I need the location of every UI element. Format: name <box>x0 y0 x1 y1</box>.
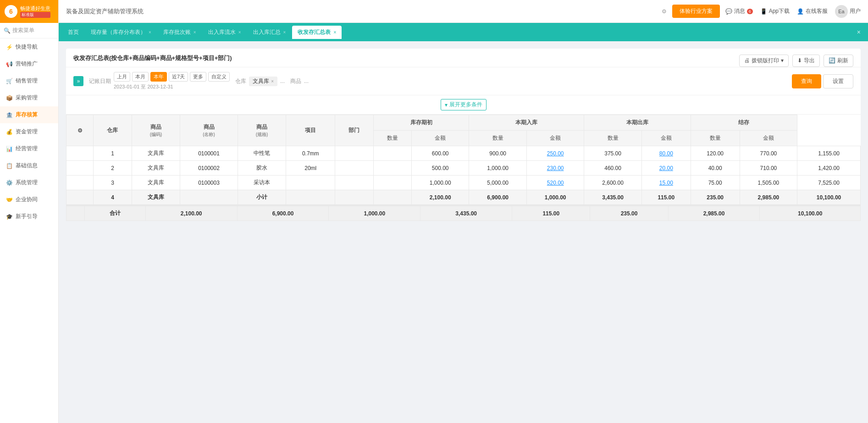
experience-btn[interactable]: 体验行业方案 <box>672 5 720 18</box>
row-in-qty[interactable]: 230.00 <box>526 161 584 176</box>
tab-inout-summary[interactable]: 出入库汇总 × <box>248 26 292 39</box>
page-title: 收发存汇总表(按仓库+商品编码+商品+规格型号+项目+部门) <box>73 54 232 67</box>
guide-icon: 🎓 <box>6 213 13 220</box>
date-btn-custom[interactable]: 自定义 <box>208 72 230 82</box>
main-content: 收发存汇总表(按仓库+商品编码+商品+规格型号+项目+部门) 🖨 拨锁版打印 ▾… <box>59 41 868 423</box>
row-out-qty[interactable]: 15.00 <box>641 176 691 190</box>
tab-inventory-dist-close[interactable]: × <box>149 30 151 35</box>
filter-toggle[interactable]: » <box>73 76 83 86</box>
col-in-header: 本期入库 <box>469 115 584 131</box>
app-download-action[interactable]: 📱 App下载 <box>760 7 790 15</box>
export-btn[interactable]: ⬇ 导出 <box>792 55 820 67</box>
sidebar-item-system[interactable]: ⚙️ 系统管理 <box>0 174 58 191</box>
sidebar-item-purchase[interactable]: 📦 采购管理 <box>0 89 58 106</box>
col-settings-header[interactable]: ⚙ <box>66 115 94 146</box>
messages-action[interactable]: 💬 消息 6 <box>725 7 753 15</box>
tab-bar-close[interactable]: × <box>853 28 864 36</box>
tab-inout-flow[interactable]: 出入库流水 × <box>203 26 247 39</box>
row-warehouse: 文具库 <box>132 146 180 161</box>
row-out-amt: 120.00 <box>691 146 740 161</box>
row-end-amt: 7,525.00 <box>797 176 861 190</box>
col-project-header: 项目 <box>286 115 335 146</box>
row-name: 采访本 <box>238 176 286 190</box>
warehouse-label: 仓库 <box>235 77 246 85</box>
table-header-group-row: ⚙ 仓库 商品(编码) 商品(名称) 商品(规格) 项目 部门 库存期初 本期入… <box>66 115 861 131</box>
search-menu-item[interactable]: 🔍 搜索菜单 <box>0 23 58 38</box>
sidebar-item-inventory[interactable]: 🏦 库存核算 <box>0 106 58 123</box>
footer-label: 合计 <box>85 206 146 221</box>
query-btn[interactable]: 查询 <box>792 74 821 88</box>
date-btn-this-month[interactable]: 本月 <box>132 72 149 82</box>
toggle-icon: » <box>77 78 80 84</box>
col-name-header: 商品(名称) <box>180 115 238 146</box>
tab-inout-flow-close[interactable]: × <box>238 30 241 35</box>
tab-receive-summary-close[interactable]: × <box>333 30 336 35</box>
row-warehouse: 文具库 <box>132 176 180 190</box>
expand-conditions-btn[interactable]: ▾ 展开更多条件 <box>441 99 487 110</box>
tab-inout-summary-close[interactable]: × <box>283 30 286 35</box>
table-row: 1文具库0100001中性笔0.7mm600.00900.00250.00375… <box>66 146 861 161</box>
row-out-qty[interactable]: 80.00 <box>641 146 691 161</box>
row-in-qty[interactable]: 250.00 <box>526 146 584 161</box>
settings-icon[interactable]: ⚙ <box>662 8 667 15</box>
query-action-row: 查询 设置 <box>792 74 853 88</box>
row-out-amt: 235.00 <box>691 190 740 205</box>
sidebar-item-label: 经营管理 <box>16 145 38 153</box>
date-btns: 上月 本月 本年 近7天 更多 自定义 2023-01-01 至 2023-12… <box>114 72 230 90</box>
col-end-amt-header: 金额 <box>740 131 797 146</box>
date-btn-this-year[interactable]: 本年 <box>150 72 167 82</box>
col-out-amt-header: 金额 <box>641 131 691 146</box>
warehouse-filter: 仓库 文具库 × ... <box>235 77 285 86</box>
goods-filter: 商品 ... <box>290 77 309 85</box>
footer-open-qty: 2,100.00 <box>145 206 237 221</box>
date-range: 2023-01-01 至 2023-12-31 <box>114 83 173 90</box>
date-btn-7days[interactable]: 近7天 <box>169 72 188 82</box>
warehouse-more[interactable]: ... <box>280 78 285 84</box>
online-service-label: 在线客服 <box>806 7 828 15</box>
service-icon: 👤 <box>797 8 804 15</box>
col-in-qty-header: 数量 <box>469 131 526 146</box>
footer-end-amt: 10,100.00 <box>760 206 861 221</box>
tab-batch-close[interactable]: × <box>194 30 196 35</box>
date-btn-more[interactable]: 更多 <box>190 72 206 82</box>
tab-receive-summary[interactable]: 收发存汇总表 × <box>292 26 342 39</box>
sidebar-item-guide[interactable]: 🎓 新手引导 <box>0 208 58 225</box>
footer-in-qty: 1,000.00 <box>329 206 420 221</box>
sidebar-item-quick-nav[interactable]: ⚡ 快捷导航 <box>0 38 58 55</box>
print-btn[interactable]: 🖨 拨锁版打印 ▾ <box>739 55 789 67</box>
row-name: 中性笔 <box>238 146 286 161</box>
tab-home[interactable]: 首页 <box>62 26 84 39</box>
tab-batch[interactable]: 库存批次账 × <box>158 26 202 39</box>
expand-label: 展开更多条件 <box>449 101 482 109</box>
enterprise-icon: 🤝 <box>6 196 13 203</box>
sidebar-item-enterprise[interactable]: 🤝 企业协同 <box>0 191 58 208</box>
sidebar-item-marketing[interactable]: 📢 营销推广 <box>0 55 58 72</box>
sidebar-item-operations[interactable]: 📊 经营管理 <box>0 140 58 157</box>
row-project <box>335 176 373 190</box>
sidebar-item-label: 新手引导 <box>16 213 38 220</box>
refresh-btn[interactable]: 🔄 刷新 <box>824 55 853 67</box>
row-in-qty[interactable]: 520.00 <box>526 176 584 190</box>
logo-text: 畅捷通好生意 <box>20 5 50 11</box>
filter-settings-btn[interactable]: 设置 <box>823 74 853 88</box>
row-dept <box>373 146 411 161</box>
row-end-qty: 710.00 <box>740 161 797 176</box>
row-out-amt: 40.00 <box>691 161 740 176</box>
row-open-qty: 2,100.00 <box>411 190 469 205</box>
date-row: 上月 本月 本年 近7天 更多 自定义 <box>114 72 230 82</box>
date-btn-last-month[interactable]: 上月 <box>114 72 130 82</box>
warehouse-tag-close[interactable]: × <box>271 79 274 84</box>
sidebar-item-finance[interactable]: 💰 资金管理 <box>0 123 58 140</box>
row-out-qty[interactable]: 20.00 <box>641 161 691 176</box>
goods-more[interactable]: ... <box>304 78 309 84</box>
sidebar-item-sales[interactable]: 🛒 销售管理 <box>0 72 58 89</box>
online-service-action[interactable]: 👤 在线客服 <box>797 7 828 15</box>
expand-icon: ▾ <box>445 102 448 108</box>
footer-empty1 <box>66 206 85 221</box>
inventory-icon: 🏦 <box>6 111 13 119</box>
user-action[interactable]: Ea 用户 <box>835 5 861 18</box>
row-project <box>335 161 373 176</box>
refresh-icon: 🔄 <box>829 57 835 64</box>
sidebar-item-basic-info[interactable]: 📋 基础信息 <box>0 157 58 174</box>
tab-inventory-dist[interactable]: 现存量（库存分布表） × <box>85 26 157 39</box>
